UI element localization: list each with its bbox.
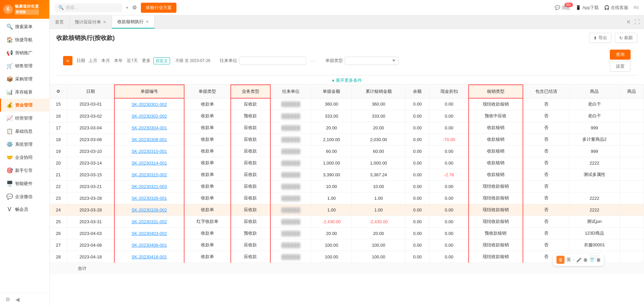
sidebar-item-finance[interactable]: 💰 资金管理 — [0, 99, 49, 112]
cell-biz-type: 应收款 — [231, 157, 270, 169]
cell-doc-type: 收款单 — [184, 192, 231, 204]
sidebar-item-sales[interactable]: 🛒 销售管理 — [0, 59, 49, 72]
query-button[interactable]: 查询 — [610, 50, 631, 60]
table-row[interactable]: 26 2023-04-03 SK-20230403-002 收款单 预收款 ██… — [50, 228, 644, 239]
message-button[interactable]: 💬 消息 99+ — [555, 5, 570, 11]
cell-partner: ██████ — [270, 157, 311, 169]
table-row[interactable]: 19 2023-03-10 SK-20230310-001 收款单 应收款 ██… — [50, 145, 644, 157]
app-download-button[interactable]: 📱 App下载 — [576, 5, 599, 11]
message-badge: 99+ — [565, 3, 573, 7]
cell-doc-no[interactable]: SK-20230328-001 — [114, 192, 184, 204]
sidebar-item-corp[interactable]: 🤝 企业协同 — [0, 151, 49, 164]
filter-expand-button[interactable]: » — [63, 56, 72, 65]
table-area[interactable]: ⚙ 日期 单据编号 单据类型 业务类型 往来单位 单据金额 累计核销金额 余额 … — [50, 84, 644, 306]
cell-doc-no[interactable]: SK-20230308-001 — [114, 134, 184, 145]
col-cash-discount: 现金折扣 — [430, 85, 469, 98]
filter-expand-more-row[interactable]: ▾ 展开更多条件 — [56, 75, 637, 84]
filter-date-custom[interactable]: 自定义 — [153, 57, 170, 64]
cell-doc-no[interactable]: SK-20230328-002 — [114, 204, 184, 216]
sidebar-item-purchase[interactable]: 📦 采购管理 — [0, 72, 49, 85]
topbar-gear-icon[interactable]: ⚙ — [132, 4, 137, 11]
footer-include — [523, 263, 570, 274]
cell-cash-discount: 0.00 — [430, 228, 469, 239]
table-row[interactable]: 18 2023-03-08 SK-20230308-001 收款单 应收款 ██… — [50, 134, 644, 145]
cell-doc-no[interactable]: SK-20230304-001 — [114, 122, 184, 134]
cell-goods: 测试jun — [569, 216, 620, 228]
cell-biz-type: 应收款 — [231, 204, 270, 216]
cell-include-settled: 否 — [523, 204, 570, 216]
filter-partner-input[interactable] — [239, 57, 306, 65]
table-row[interactable]: 21 2023-03-15 SK-20230315-002 收款单 应收款 ██… — [50, 169, 644, 181]
filter-date-thismonth[interactable]: 本月 — [100, 57, 111, 64]
table-row[interactable]: 23 2023-03-28 SK-20230328-001 收款单 应收款 ██… — [50, 192, 644, 204]
maximize-icon[interactable]: ⛶ — [635, 19, 640, 25]
tab-collection[interactable]: 收款核销执行 ✕ — [112, 15, 155, 28]
cell-doc-no[interactable]: SK-20230321-003 — [114, 181, 184, 192]
tab-prepay-close[interactable]: ✕ — [103, 20, 106, 24]
topbar-search[interactable]: 🔍 搜索... — [55, 3, 122, 12]
sidebar-item-inventory[interactable]: 📊 库存核算 — [0, 85, 49, 99]
table-header: ⚙ 日期 单据编号 单据类型 业务类型 往来单位 单据金额 累计核销金额 余额 … — [50, 85, 644, 98]
cell-doc-no[interactable]: SK-20230408-001 — [114, 239, 184, 251]
cell-doc-type: 收款单 — [184, 181, 231, 192]
sidebar-item-system[interactable]: ⚙️ 系统管理 — [0, 138, 49, 151]
tab-home[interactable]: 首页 — [50, 15, 69, 28]
sidebar-item-marketing[interactable]: 📢 营销推广 — [0, 46, 49, 59]
settings-bottom-icon[interactable]: ⚙ — [5, 296, 10, 303]
cell-doc-no[interactable]: SK-20230403-002 — [114, 228, 184, 239]
tab-prepay[interactable]: 预计应应付单 ✕ — [69, 15, 112, 28]
sidebar-item-wechat[interactable]: 💬 企业微信 — [0, 190, 49, 203]
col-gear[interactable]: ⚙ — [50, 85, 67, 98]
filter-settings-button[interactable]: 设置 — [610, 61, 631, 72]
cell-goods: 多计量商品2 — [569, 134, 620, 145]
table-row[interactable]: 20 2023-03-14 SK-20230314-001 收款单 应收款 ██… — [50, 157, 644, 169]
sidebar-item-guide[interactable]: 🎯 新手引导 — [0, 164, 49, 177]
cell-cancel-type: 预收中应收 — [469, 110, 523, 122]
table-row[interactable]: 16 2023-03-02 SK-20230302-002 收款单 预收款 ██… — [50, 110, 644, 122]
refresh-button[interactable]: ↻ 刷新 — [615, 33, 637, 43]
close-window-icon[interactable]: ✕ — [626, 19, 631, 25]
cell-cancel-type: 收款核销 — [469, 157, 523, 169]
table-row[interactable]: 25 2023-03-31 SK-20230331-002 红字收款单 应收款 … — [50, 216, 644, 228]
sidebar-item-search[interactable]: 🔍 搜索菜单 — [0, 20, 49, 33]
table-row[interactable]: 17 2023-03-04 SK-20230304-001 收款单 应收款 ██… — [50, 122, 644, 134]
table-row[interactable]: 27 2023-04-08 SK-20230408-001 收款单 应收款 ██… — [50, 239, 644, 251]
footer-biz-type — [231, 263, 270, 274]
cell-no: 24 — [50, 204, 67, 216]
cell-cash-discount: 0.00 — [430, 216, 469, 228]
cell-biz-type: 应收款 — [231, 251, 270, 263]
cell-doc-no[interactable]: SK-20230331-002 — [114, 216, 184, 228]
filter-date-thisyear[interactable]: 本年 — [113, 57, 124, 64]
cell-doc-no[interactable]: SK-20230301-002 — [114, 98, 184, 110]
cell-cancel-type: 收款核销 — [469, 145, 523, 157]
table-row[interactable]: 28 2023-04-18 SK-20230418-001 收款单 应收款 ██… — [50, 251, 644, 263]
filter-date-more[interactable]: 更多 — [141, 57, 152, 64]
table-row[interactable]: 15 2023-03-01 SK-20230301-002 收款单 应收款 ██… — [50, 98, 644, 110]
sidebar: 6 畅康道好生意 标准版 🔍 搜索菜单 🏠 快捷导航 📢 营销推广 🛒 销售管理… — [0, 0, 50, 306]
sidebar-item-quicknav[interactable]: 🏠 快捷导航 — [0, 33, 49, 46]
tab-collection-close[interactable]: ✕ — [146, 19, 149, 24]
cell-goods2 — [620, 251, 644, 263]
sidebar-item-base[interactable]: 📋 基础信息 — [0, 125, 49, 138]
table-row[interactable]: 24 2023-03-28 SK-20230328-002 收款单 应收款 ██… — [50, 204, 644, 216]
cell-doc-no[interactable]: SK-20230314-001 — [114, 157, 184, 169]
filter-date-7days[interactable]: 近7天 — [125, 57, 139, 64]
filter-doctype-select[interactable] — [345, 57, 398, 65]
sidebar-item-operation[interactable]: 📈 经营管理 — [0, 112, 49, 125]
cell-doc-no[interactable]: SK-20230315-002 — [114, 169, 184, 181]
cell-goods2 — [620, 216, 644, 228]
cell-goods2 — [620, 181, 644, 192]
cell-doc-type: 收款单 — [184, 98, 231, 110]
online-service-button[interactable]: 🎧 在线客服 — [604, 5, 628, 11]
cell-doc-no[interactable]: SK-20230418-001 — [114, 251, 184, 263]
cell-doc-no[interactable]: SK-20230302-002 — [114, 110, 184, 122]
filter-date-lastmonth[interactable]: 上月 — [87, 57, 99, 64]
sidebar-item-hardware[interactable]: 🖥️ 智能硬件 — [0, 177, 49, 190]
collapse-icon[interactable]: ◀ — [15, 296, 19, 303]
export-button[interactable]: ⬆ 导出 — [589, 33, 611, 43]
sidebar-item-member[interactable]: V 畅会员 — [0, 203, 49, 216]
footer-discount — [430, 263, 469, 274]
table-row[interactable]: 22 2023-03-21 SK-20230321-003 收款单 应收款 ██… — [50, 181, 644, 192]
industry-button[interactable]: 体验行业方案 — [141, 3, 176, 13]
cell-doc-no[interactable]: SK-20230310-001 — [114, 145, 184, 157]
